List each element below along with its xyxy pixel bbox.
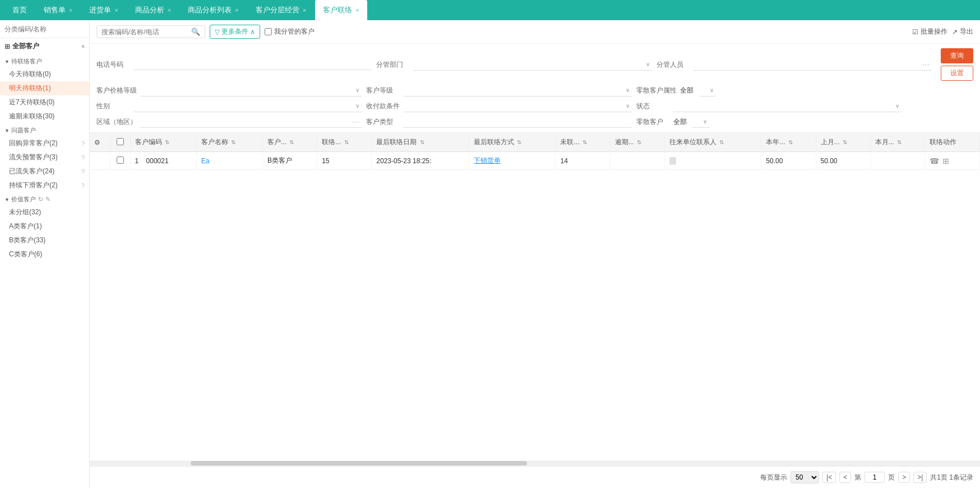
set-button[interactable]: 设置 xyxy=(941,66,973,81)
sidebar-item-abnormal[interactable]: 回购异常客户(2) ? xyxy=(0,136,89,150)
row-name[interactable]: Ea xyxy=(201,157,210,165)
nav-analysis-close[interactable]: × xyxy=(168,7,171,13)
sidebar-item-churned[interactable]: 已流失客户(24) ? xyxy=(0,164,89,178)
customer-type-select[interactable] xyxy=(403,116,631,128)
sidebar-search-input[interactable] xyxy=(4,25,89,33)
retail-cust-chevron: ∨ xyxy=(703,118,707,125)
scrollbar-thumb[interactable] xyxy=(191,461,527,466)
price-level-select[interactable]: ∨ xyxy=(140,84,362,96)
select-all-checkbox[interactable] xyxy=(117,138,124,145)
th-last-month-sort[interactable]: ⇅ xyxy=(843,139,847,145)
help-icon-churn-warn[interactable]: ? xyxy=(81,154,85,161)
export-btn[interactable]: ↗ 导出 xyxy=(952,27,973,36)
customer-level-select[interactable]: ∨ xyxy=(403,84,631,96)
prev-page-btn[interactable]: < xyxy=(839,472,851,483)
sidebar-item-c-class[interactable]: C类客户(6) xyxy=(0,247,89,261)
nav-customer-tier[interactable]: 客户分层经营 × xyxy=(248,0,314,20)
row-last-way[interactable]: 下销货单 xyxy=(474,156,501,164)
my-customer-checkbox[interactable] xyxy=(265,28,272,35)
th-name-sort[interactable]: ⇅ xyxy=(231,139,235,145)
nav-analysis-list-close[interactable]: × xyxy=(235,7,238,13)
settings-icon[interactable]: ⚙ xyxy=(94,139,100,146)
query-button[interactable]: 查询 xyxy=(941,48,973,63)
sidebar-item-7days[interactable]: 近7天待联络(0) xyxy=(0,95,89,109)
nav-home[interactable]: 首页 xyxy=(4,0,35,20)
per-page-select[interactable]: 50 100 200 xyxy=(791,471,819,484)
nav-sales-close[interactable]: × xyxy=(69,7,72,13)
nav-customer-contact[interactable]: 客户联络 × xyxy=(315,0,367,20)
sidebar-item-a-class[interactable]: A类客户(1) xyxy=(0,219,89,233)
sidebar-item-tomorrow[interactable]: 明天待联络(1) xyxy=(0,81,89,95)
th-this-month-sort[interactable]: ⇅ xyxy=(897,139,902,145)
nav-analysis[interactable]: 商品分析 × xyxy=(127,0,179,20)
th-overdue-sort[interactable]: ⇅ xyxy=(637,139,641,145)
help-icon-abnormal[interactable]: ? xyxy=(81,140,85,147)
dept-select[interactable]: ∨ xyxy=(413,58,651,71)
th-contact-person-sort[interactable]: ⇅ xyxy=(719,139,724,145)
help-icon-churned[interactable]: ? xyxy=(81,168,85,175)
th-code-sort[interactable]: ⇅ xyxy=(165,139,169,145)
group-value-customers[interactable]: ▼ 价值客户 ↻ ✎ xyxy=(0,192,89,205)
gender-select[interactable]: ∨ xyxy=(133,100,362,112)
retail-customer-select[interactable]: ∨ xyxy=(692,116,709,128)
gender-label: 性别 xyxy=(96,102,130,111)
horizontal-scrollbar[interactable] xyxy=(90,461,980,466)
nav-purchase-close[interactable]: × xyxy=(114,7,118,13)
sidebar-item-ungroup[interactable]: 未分组(32) xyxy=(0,205,89,219)
action-phone-icon[interactable]: ☎ xyxy=(930,156,939,165)
region-select[interactable]: ··· xyxy=(140,116,362,128)
status-select[interactable]: ∨ xyxy=(673,100,902,112)
page-label: 第 xyxy=(854,473,861,482)
th-this-year-sort[interactable]: ⇅ xyxy=(788,139,793,145)
th-last-way-sort[interactable]: ⇅ xyxy=(517,139,521,145)
sidebar-item-churn-warn[interactable]: 流失预警客户(3) ? xyxy=(0,150,89,164)
group-problem-customers[interactable]: ▼ 问题客户 xyxy=(0,123,89,136)
search-submit-icon[interactable]: 🔍 xyxy=(191,27,200,36)
th-unlinked: 未联... ⇅ xyxy=(556,133,610,152)
nav-customer-tier-close[interactable]: × xyxy=(303,7,306,13)
retail-attr-select[interactable]: ∨ xyxy=(699,84,716,96)
edit-icon[interactable]: ✎ xyxy=(45,196,50,203)
td-contact-count: 15 xyxy=(317,152,372,170)
more-filter-btn[interactable]: ▽ 更多条件 ∧ xyxy=(210,25,260,39)
nav-customer-contact-close[interactable]: × xyxy=(355,7,359,13)
7days-label: 近7天待联络(0) xyxy=(9,98,54,107)
th-contact-count-sort[interactable]: ⇅ xyxy=(344,139,349,145)
th-last-date-sort[interactable]: ⇅ xyxy=(420,139,424,145)
group-arrow2: ▼ xyxy=(4,128,10,133)
search-input[interactable] xyxy=(101,28,191,36)
sidebar-item-declining[interactable]: 持续下滑客户(2) ? xyxy=(0,178,89,192)
row-checkbox[interactable] xyxy=(117,156,124,164)
sidebar-all-customers[interactable]: ⊞ 全部客户 « xyxy=(0,38,89,54)
person-select[interactable]: ··· xyxy=(694,58,932,71)
action-grid-icon[interactable]: ⊞ xyxy=(942,156,949,165)
th-unlinked-sort[interactable]: ⇅ xyxy=(583,139,587,145)
my-customer-check[interactable]: 我分管的客户 xyxy=(265,27,315,36)
refresh-icon[interactable]: ↻ xyxy=(38,196,43,203)
payment-select[interactable]: ∨ xyxy=(403,100,631,112)
first-page-btn[interactable]: |< xyxy=(822,472,836,483)
sidebar-item-today[interactable]: 今天待联络(0) xyxy=(0,67,89,81)
churned-label: 已流失客户(24) xyxy=(9,167,54,176)
th-code-label: 客户编码 xyxy=(135,138,162,146)
sidebar-item-overdue[interactable]: 逾期未联络(30) xyxy=(0,109,89,123)
page-input[interactable] xyxy=(865,472,885,483)
collapse-icon[interactable]: « xyxy=(81,43,85,49)
th-type-sort[interactable]: ⇅ xyxy=(289,139,294,145)
last-page-btn[interactable]: >| xyxy=(913,472,927,483)
status-chevron: ∨ xyxy=(895,103,899,109)
batch-op-btn[interactable]: ☑ 批量操作 xyxy=(912,27,947,36)
nav-purchase[interactable]: 进货单 × xyxy=(81,0,126,20)
top-nav: 首页 销售单 × 进货单 × 商品分析 × 商品分析列表 × 客户分层经营 × … xyxy=(0,0,980,20)
group-pending-contact[interactable]: ▼ 待联络客户 xyxy=(0,54,89,67)
nav-sales[interactable]: 销售单 × xyxy=(36,0,80,20)
td-this-year: 50.00 xyxy=(761,152,816,170)
sidebar-item-b-class[interactable]: B类客户(33) xyxy=(0,233,89,247)
filter-customer-type: 客户类型 xyxy=(366,116,631,128)
gender-chevron: ∨ xyxy=(355,103,359,109)
help-icon-declining[interactable]: ? xyxy=(81,182,85,189)
nav-analysis-list[interactable]: 商品分析列表 × xyxy=(180,0,246,20)
phone-input[interactable] xyxy=(133,59,372,70)
next-page-btn[interactable]: > xyxy=(898,472,910,483)
th-type: 客户... ⇅ xyxy=(263,133,317,152)
